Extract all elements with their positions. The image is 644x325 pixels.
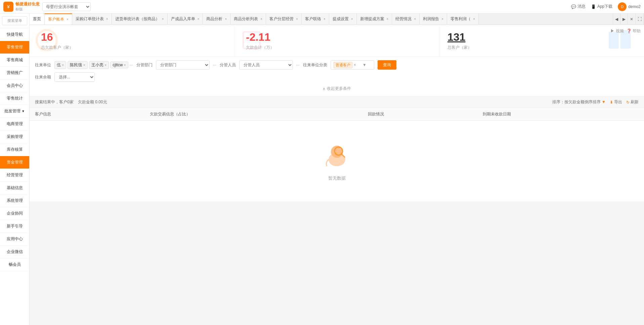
message-btn[interactable]: 💬 消息 bbox=[571, 4, 586, 9]
sidebar-item-new-guide[interactable]: 新手引导 bbox=[0, 220, 29, 233]
col-repayment: 回款情况 bbox=[362, 108, 477, 121]
col-customer-info: 客户信息 bbox=[30, 108, 144, 121]
sidebar-item-retail-mall[interactable]: 零售商城 bbox=[0, 54, 29, 67]
tab-close-new-achievement[interactable]: × bbox=[387, 17, 389, 21]
svg-text:¥: ¥ bbox=[44, 36, 49, 44]
col-debt-info: 欠款交易信息（占比） bbox=[144, 108, 363, 121]
tab-close-product-analysis[interactable]: × bbox=[225, 17, 227, 21]
tag-close-chen[interactable]: × bbox=[83, 63, 85, 67]
sidebar-item-finance[interactable]: 资金管理 bbox=[0, 156, 29, 169]
tab-close-product-analysis-list[interactable]: × bbox=[260, 17, 262, 21]
company-selector[interactable]: 母婴行业演示帐套 bbox=[42, 2, 91, 11]
tab-close-product-inbound[interactable]: × bbox=[198, 17, 200, 21]
refresh-btn[interactable]: ↻ 刷新 bbox=[626, 99, 639, 105]
tab-product-analysis-list[interactable]: 商品分析列表 × bbox=[230, 13, 266, 25]
app-download-btn[interactable]: 📱 App下载 bbox=[591, 4, 612, 9]
person-select-wrap: 分管人员 bbox=[239, 60, 293, 70]
sidebar-item-enterprise-collab[interactable]: 企业协同 bbox=[0, 207, 29, 220]
tab-new-achievement[interactable]: 新增提成方案 × bbox=[357, 13, 392, 25]
sidebar-item-marketing[interactable]: 营销推广 bbox=[0, 67, 29, 79]
tab-customer-tiering[interactable]: 客户分层经营 × bbox=[266, 13, 302, 25]
person-more-btn[interactable]: ··· bbox=[296, 63, 300, 67]
tab-close-profit-report[interactable]: × bbox=[441, 17, 443, 21]
stat-card-debt-amount: -2.11 欠款合计（万） bbox=[234, 25, 439, 57]
tab-close-retail-profit[interactable]: × bbox=[473, 17, 475, 21]
sidebar-item-member-plan[interactable]: 畅会员 bbox=[0, 258, 29, 271]
tab-next-btn[interactable]: ▶ bbox=[620, 13, 628, 25]
tab-home[interactable]: 首页 bbox=[30, 13, 45, 25]
phone-icon: 📱 bbox=[591, 4, 596, 9]
sidebar-item-retail-stats[interactable]: 零售统计 bbox=[0, 92, 29, 105]
stat-card-debtors: ¥ 16 总欠款客户（家） bbox=[30, 25, 234, 57]
tag-close-wang[interactable]: × bbox=[104, 63, 106, 67]
main-layout: 搜索菜单 快捷导航 零售管理 零售商城 营销推广 会员中心 零售统计 批发管理 … bbox=[0, 13, 644, 325]
sidebar-item-purchase[interactable]: 采购管理 bbox=[0, 131, 29, 143]
sort-chevron-icon: ▼ bbox=[602, 100, 606, 104]
tab-retail-profit[interactable]: 零售利润（ × bbox=[447, 13, 479, 25]
tab-product-analysis[interactable]: 商品分析 × bbox=[203, 13, 230, 25]
sidebar-item-ecommerce[interactable]: 电商管理 bbox=[0, 118, 29, 131]
tab-product-inbound[interactable]: 产成品入库单 × bbox=[168, 13, 203, 25]
refresh-icon: ↻ bbox=[626, 100, 630, 105]
tab-expand-btn[interactable]: ⛶ bbox=[636, 13, 644, 25]
tab-inbound-stats[interactable]: 进货单统计表（按商品） × bbox=[112, 13, 168, 25]
tab-close-accounts[interactable]: × bbox=[67, 17, 69, 21]
chevron-up-icon: ∧ bbox=[323, 86, 326, 91]
tab-close-reminder-settings[interactable]: × bbox=[351, 17, 353, 21]
filter-tag-wang: 王小亮 × bbox=[89, 61, 109, 69]
user-area[interactable]: D demo2 bbox=[618, 2, 641, 11]
tag-close-cjttcw[interactable]: × bbox=[124, 63, 126, 67]
help-btn[interactable]: ❓ 帮助 bbox=[627, 28, 641, 34]
tab-profit-report[interactable]: 利润报告 × bbox=[420, 13, 447, 25]
tab-close-inbound-stats[interactable]: × bbox=[162, 17, 164, 21]
tab-purchase-orders[interactable]: 采购订单统计表 × bbox=[72, 13, 112, 25]
export-btn[interactable]: ⬇ 导出 bbox=[610, 99, 622, 105]
filter-row-2: 往来余额 选择... bbox=[35, 72, 639, 82]
unit-class-select[interactable]: 普通客户 × ▼ bbox=[331, 60, 374, 70]
tab-customer-contact[interactable]: 客户联络 × bbox=[302, 13, 329, 25]
sidebar-search-area: 搜索菜单 bbox=[0, 13, 29, 28]
tab-accounts[interactable]: 客户账本 × bbox=[45, 13, 72, 25]
sidebar-item-system[interactable]: 系统管理 bbox=[0, 194, 29, 207]
sidebar-item-inventory[interactable]: 库存核算 bbox=[0, 143, 29, 156]
unit-class-tag-close[interactable]: × bbox=[354, 63, 356, 67]
svg-rect-4 bbox=[609, 32, 619, 49]
tab-close-customer-tiering[interactable]: × bbox=[296, 17, 298, 21]
video-btn[interactable]: ▶ 视频 bbox=[610, 28, 624, 34]
dept-select[interactable]: 分管部门 bbox=[156, 60, 210, 70]
tab-close-operations[interactable]: × bbox=[414, 17, 416, 21]
video-icon: ▶ bbox=[610, 29, 614, 33]
col-due-date: 到期未收款日期 bbox=[477, 108, 644, 121]
unit-class-select-wrap: 普通客户 × ▼ bbox=[331, 60, 374, 70]
more-tags-btn[interactable]: ··· bbox=[130, 63, 133, 67]
table-header-row: 客户信息 欠款交易信息（占比） 回款情况 到期未收款日期 bbox=[30, 108, 644, 121]
sidebar-item-basic-info[interactable]: 基础信息 bbox=[0, 182, 29, 194]
query-btn[interactable]: 查询 bbox=[378, 60, 396, 70]
dept-more-btn[interactable]: ··· bbox=[213, 63, 216, 67]
tag-close-wu[interactable]: × bbox=[62, 63, 64, 67]
filter-tags-unit: 伍 × 陈民强 × 王小亮 × cjttcw × bbox=[54, 61, 133, 69]
search-menu-btn[interactable]: 搜索菜单 bbox=[2, 16, 27, 25]
sidebar-item-retail[interactable]: 零售管理 bbox=[0, 41, 29, 54]
unit-class-chevron: ▼ bbox=[362, 63, 367, 67]
tab-operations[interactable]: 经营情况 × bbox=[392, 13, 420, 25]
sidebar-item-app-center[interactable]: 应用中心 bbox=[0, 233, 29, 246]
balance-select[interactable]: 选择... bbox=[54, 72, 95, 82]
sidebar-item-operations[interactable]: 经营管理 bbox=[0, 169, 29, 182]
filter-row-1: 往来单位 伍 × 陈民强 × 王小亮 × bbox=[35, 60, 639, 70]
tab-close-purchase-orders[interactable]: × bbox=[106, 17, 108, 21]
tab-prev-btn[interactable]: ◀ bbox=[613, 13, 620, 25]
filter-tag-wu: 伍 × bbox=[54, 61, 66, 69]
sidebar-item-quick-nav[interactable]: 快捷导航 bbox=[0, 28, 29, 41]
stat-debt-label: 欠款合计（万） bbox=[246, 45, 431, 50]
tab-close-customer-contact[interactable]: × bbox=[324, 17, 326, 21]
sidebar-item-wholesale[interactable]: 批发管理 ▼ bbox=[0, 105, 29, 118]
balance-select-wrap: 选择... bbox=[54, 72, 95, 82]
unit-class-tag: 普通客户 bbox=[334, 62, 352, 68]
tab-close-all-btn[interactable]: ✕ bbox=[628, 13, 636, 25]
sidebar-item-member[interactable]: 会员中心 bbox=[0, 79, 29, 92]
tab-reminder-settings[interactable]: 提成设置 × bbox=[329, 13, 357, 25]
sidebar-item-enterprise-wechat[interactable]: 企业微信 bbox=[0, 246, 29, 258]
collapse-btn[interactable]: ∧ 收起更多条件 bbox=[320, 84, 354, 93]
person-select[interactable]: 分管人员 bbox=[239, 60, 293, 70]
